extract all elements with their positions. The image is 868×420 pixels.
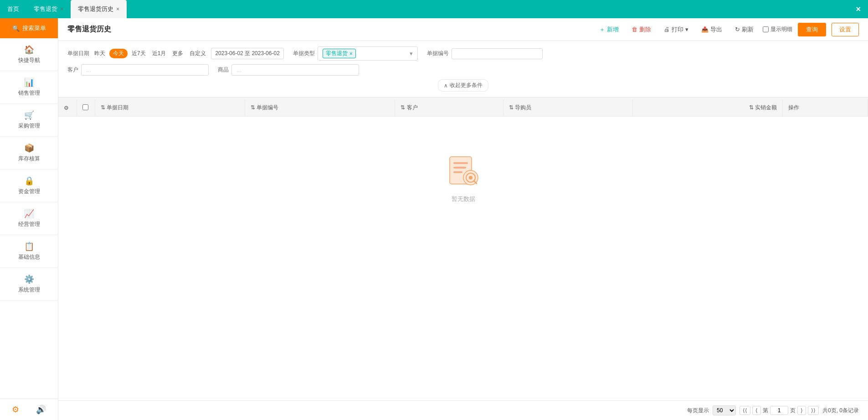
sidebar-item-sales-label: 销售管理	[18, 89, 40, 97]
first-page-btn[interactable]: ⟨⟨	[740, 406, 750, 415]
th-customer[interactable]: ⇅ 客户	[395, 99, 503, 117]
sidebar-item-finance[interactable]: 🔒 资金管理	[0, 169, 58, 202]
sidebar-item-purchase-label: 采购管理	[18, 122, 40, 130]
table-header-row: ⚙ ⇅ 单据日期 ⇅ 单据编号 ⇅ 客户	[58, 99, 868, 117]
sidebar-item-quick-nav[interactable]: 🏠 快捷导航	[0, 38, 58, 71]
export-button[interactable]: 📤 导出	[698, 24, 726, 36]
total-text: 共0页, 0条记录	[822, 407, 859, 415]
page-input[interactable]	[770, 406, 788, 415]
date-btn-more[interactable]: 更多	[170, 49, 185, 58]
date-range-value[interactable]: 2023-06-02 至 2023-06-02	[211, 48, 283, 59]
tab-retail-return-close[interactable]: ×	[60, 6, 63, 12]
voucher-type-tag: 零售退货 ×	[323, 49, 356, 58]
sidebar-item-operations[interactable]: 📈 经营管理	[0, 202, 58, 235]
sales-icon: 📊	[24, 77, 34, 87]
th-customer-label: ⇅ 客户	[401, 104, 417, 111]
sidebar-item-sales[interactable]: 📊 销售管理	[0, 71, 58, 104]
base-info-icon: 📋	[24, 241, 34, 251]
next-page-btn[interactable]: ⟩	[797, 406, 806, 415]
sidebar-item-system[interactable]: ⚙️ 系统管理	[0, 268, 58, 301]
window-close-btn[interactable]: ×	[856, 5, 861, 14]
top-bar: 首页 零售退货 × 零售退货历史 × ×	[0, 0, 868, 18]
customer-select[interactable]: ...	[81, 64, 209, 76]
sidebar-search-label: 搜索菜单	[22, 24, 46, 32]
search-icon: 🔍	[12, 25, 20, 32]
settings-button[interactable]: 设置	[832, 23, 859, 36]
print-label: 打印	[672, 26, 683, 34]
refresh-label: 刷新	[742, 26, 754, 34]
th-amount[interactable]: ⇅ 实销金额	[632, 99, 782, 117]
delete-label: 删除	[639, 26, 651, 34]
th-settings[interactable]: ⚙	[58, 99, 77, 117]
filter-row-1: 单据日期 昨天 今天 近7天 近1月 更多 自定义 2023-06-02 至 2…	[67, 46, 859, 61]
new-label: 新增	[607, 26, 619, 34]
settings-bottom-icon[interactable]: ⚙	[12, 405, 19, 415]
print-button[interactable]: 🖨 打印 ▾	[660, 24, 692, 36]
page-title: 零售退货历史	[67, 25, 111, 34]
new-button[interactable]: ＋ 新增	[596, 24, 622, 36]
filter-row-2: 客户 ... 商品 ...	[67, 64, 859, 76]
empty-state: 暂无数据	[58, 117, 868, 240]
purchase-icon: 🛒	[24, 110, 34, 120]
filter-voucher-type: 单据类型 零售退货 × ▾	[293, 46, 418, 61]
page-header: 零售退货历史 ＋ 新增 🗑 删除 🖨 打印 ▾ 📤 导出	[58, 18, 868, 41]
page-nav: ⟨⟨ ⟨ 第 页 ⟩ ⟩⟩	[740, 406, 819, 415]
inventory-icon: 📦	[24, 143, 34, 153]
sidebar-item-purchase[interactable]: 🛒 采购管理	[0, 104, 58, 137]
sidebar-item-base-info-label: 基础信息	[18, 253, 40, 261]
last-page-btn[interactable]: ⟩⟩	[808, 406, 819, 415]
voucher-type-remove[interactable]: ×	[349, 51, 353, 57]
customer-ellipsis: ...	[86, 67, 91, 73]
voucher-type-arrow: ▾	[410, 50, 413, 57]
tab-retail-return-label: 零售退货	[34, 5, 57, 13]
customer-label: 客户	[67, 66, 78, 74]
th-no[interactable]: ⇅ 单据编号	[245, 99, 395, 117]
tab-retail-return-history-label: 零售退货历史	[78, 5, 113, 13]
goods-select[interactable]: ...	[231, 64, 359, 76]
voucher-type-select[interactable]: 零售退货 × ▾	[318, 46, 418, 61]
volume-icon[interactable]: 🔊	[36, 405, 46, 415]
sidebar-item-base-info[interactable]: 📋 基础信息	[0, 235, 58, 268]
refresh-icon: ↻	[735, 26, 740, 33]
voucher-no-input[interactable]	[452, 48, 543, 59]
show-detail-input[interactable]	[763, 26, 769, 32]
th-date[interactable]: ⇅ 单据日期	[95, 99, 245, 117]
collapse-btn[interactable]: ∧ 收起更多条件	[438, 79, 488, 92]
tab-retail-return[interactable]: 零售退货 ×	[26, 0, 71, 18]
date-btn-yesterday[interactable]: 昨天	[92, 49, 108, 58]
tab-retail-return-history[interactable]: 零售退货历史 ×	[71, 0, 127, 18]
tab-home[interactable]: 首页	[0, 0, 26, 18]
tab-retail-return-history-close[interactable]: ×	[116, 6, 119, 12]
table-container: ⚙ ⇅ 单据日期 ⇅ 单据编号 ⇅ 客户	[58, 99, 868, 400]
query-button[interactable]: 查询	[798, 23, 826, 36]
select-all-checkbox[interactable]	[82, 104, 88, 110]
th-check[interactable]	[77, 99, 95, 117]
sidebar-bottom: ⚙ 🔊	[0, 399, 58, 420]
collapse-icon: ∧	[444, 82, 448, 89]
date-btn-custom[interactable]: 自定义	[187, 49, 208, 58]
delete-button[interactable]: 🗑 删除	[628, 24, 655, 36]
sidebar-item-quick-nav-label: 快捷导航	[18, 56, 40, 64]
sidebar-item-inventory[interactable]: 📦 库存核算	[0, 137, 58, 169]
show-detail-checkbox[interactable]: 显示明细	[763, 26, 792, 33]
settings-icon[interactable]: ⚙	[64, 105, 69, 111]
date-btn-7days[interactable]: 近7天	[129, 49, 148, 58]
goods-ellipsis: ...	[236, 67, 241, 73]
prev-page-btn[interactable]: ⟨	[752, 406, 761, 415]
date-label: 单据日期	[67, 50, 89, 57]
sidebar-item-system-label: 系统管理	[18, 286, 40, 294]
print-icon: 🖨	[664, 26, 670, 33]
voucher-no-label: 单据编号	[427, 50, 449, 57]
date-btn-1month[interactable]: 近1月	[150, 49, 169, 58]
per-page-select[interactable]: 20 50 100	[713, 405, 736, 415]
export-label: 导出	[710, 26, 722, 34]
sidebar-search[interactable]: 🔍 搜索菜单	[0, 18, 58, 38]
empty-text: 暂无数据	[452, 195, 475, 203]
th-guide[interactable]: ⇅ 导购员	[503, 99, 633, 117]
refresh-button[interactable]: ↻ 刷新	[731, 24, 757, 36]
svg-rect-3	[453, 171, 462, 173]
date-btn-today[interactable]: 今天	[109, 49, 128, 58]
th-guide-label: ⇅ 导购员	[509, 104, 531, 111]
toolbar: ＋ 新增 🗑 删除 🖨 打印 ▾ 📤 导出 ↻ 刷	[596, 23, 859, 36]
finance-icon: 🔒	[24, 176, 34, 186]
